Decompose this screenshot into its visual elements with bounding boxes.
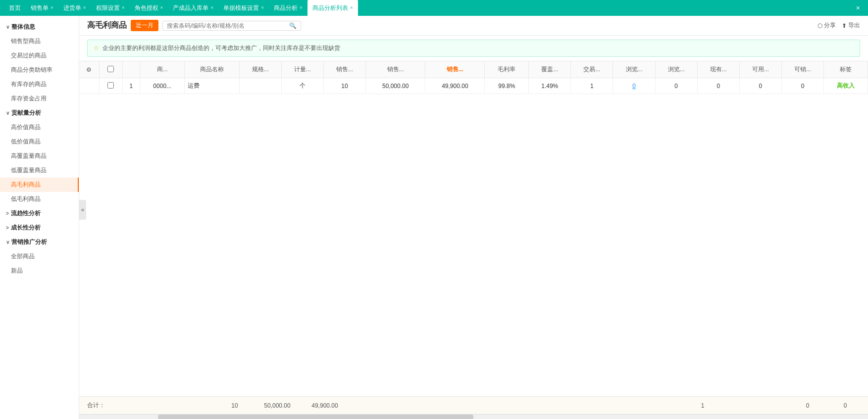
cell-name: 运费 <box>185 78 239 94</box>
col-tag: 标签 <box>824 61 868 78</box>
sidebar-item-traded-goods[interactable]: 交易过的商品 <box>0 48 79 63</box>
sidebar-group-growth[interactable]: > 成长性分析 <box>0 221 79 235</box>
nav-permissions[interactable]: 权限设置 × <box>91 0 130 16</box>
nav-analysis[interactable]: 商品分析 × <box>269 0 307 16</box>
col-browse1: 浏览... <box>613 61 655 78</box>
action-buttons: ⬡ 分享 ⬆ 导出 <box>817 21 860 30</box>
footer-stock1: 0 <box>793 402 822 409</box>
sidebar-group-overall[interactable]: ∨ 整体信息 <box>0 20 79 34</box>
search-icon[interactable]: 🔍 <box>289 22 297 29</box>
close-permissions-tab[interactable]: × <box>122 0 125 16</box>
arrow-contribution: ∨ <box>6 110 9 116</box>
footer-trade: 1 <box>688 402 717 409</box>
sidebar-group-trend[interactable]: > 流趋性分析 <box>0 206 79 221</box>
col-sales1: 销售... <box>323 61 365 78</box>
cell-code: 0000... <box>140 78 185 94</box>
sidebar-item-new-goods[interactable]: 新品 <box>0 264 79 278</box>
cell-checkbox[interactable] <box>99 78 122 94</box>
table-row: 1 0000... 运费 个 10 50,000.00 49,900.00 99… <box>79 78 868 94</box>
scrollbar-thumb[interactable] <box>158 415 473 419</box>
close-roles-tab[interactable]: × <box>160 0 163 16</box>
horizontal-scrollbar[interactable] <box>79 414 868 419</box>
share-icon: ⬡ <box>817 22 822 29</box>
col-checkbox[interactable] <box>99 61 122 78</box>
sidebar-collapse-button[interactable]: « <box>79 200 86 220</box>
cell-browse2: 0 <box>655 78 697 94</box>
sidebar-item-low-value[interactable]: 低价值商品 <box>0 135 79 149</box>
cell-sales1: 10 <box>323 78 365 94</box>
cell-sales3: 49,900.00 <box>425 78 485 94</box>
col-unit: 计量... <box>281 61 323 78</box>
sidebar-group-marketing[interactable]: ∨ 营销推广分析 <box>0 235 79 249</box>
main-layout: ∨ 整体信息 销售型商品 交易过的商品 商品分类助销率 有库存的商品 库存资金占… <box>0 16 868 419</box>
footer-label: 合计： <box>87 401 105 410</box>
footer-sales3: 49,900.00 <box>305 402 345 409</box>
arrow-overall: ∨ <box>6 24 9 30</box>
col-stock3: 可销... <box>781 61 823 78</box>
sidebar-item-all-goods[interactable]: 全部商品 <box>0 249 79 264</box>
footer-summary: 合计： 10 50,000.00 49,900.00 1 0 0 <box>79 396 868 414</box>
col-num <box>122 61 140 78</box>
col-settings[interactable]: ⚙ <box>79 61 99 78</box>
sidebar-group-contribution[interactable]: ∨ 贡献量分析 <box>0 106 79 120</box>
sidebar-item-sales-goods[interactable]: 销售型商品 <box>0 34 79 48</box>
content-area: 高毛利商品 近一月 🔍 ⬡ 分享 ⬆ 导出 ☆ 企业的主要的利润都是这部分商品创… <box>79 16 868 419</box>
nav-purchase[interactable]: 进货单 × <box>58 0 91 16</box>
close-product-inbound-tab[interactable]: × <box>210 0 213 16</box>
footer-sales2: 50,000.00 <box>257 402 297 409</box>
data-table: ⚙ 商... 商品名称 规格... 计量... 销售... 销售... 销售..… <box>79 61 868 94</box>
col-stock2: 可用... <box>739 61 781 78</box>
close-analysis-list-tab[interactable]: × <box>350 0 353 16</box>
nav-product-inbound[interactable]: 产成品入库单 × <box>168 0 218 16</box>
sidebar: ∨ 整体信息 销售型商品 交易过的商品 商品分类助销率 有库存的商品 库存资金占… <box>0 16 79 419</box>
close-purchase-tab[interactable]: × <box>83 0 86 16</box>
nav-template[interactable]: 单据模板设置 × <box>218 0 269 16</box>
col-stock1: 现有... <box>697 61 739 78</box>
cell-trade: 1 <box>571 78 613 94</box>
page-title: 高毛利商品 <box>87 20 127 31</box>
search-input[interactable] <box>167 22 287 29</box>
close-sales-tab[interactable]: × <box>51 0 53 16</box>
close-all-button[interactable]: × <box>852 4 864 12</box>
col-sales3: 销售... <box>425 61 485 78</box>
sidebar-item-high-margin[interactable]: 高毛利商品 <box>0 178 79 192</box>
settings-icon: ⚙ <box>86 66 92 73</box>
cell-spec <box>239 78 281 94</box>
info-banner: ☆ 企业的主要的利润都是这部分商品创造的，可考虑加大推广，同时关注库存是不要出现… <box>87 40 860 57</box>
nav-roles[interactable]: 角色授权 × <box>130 0 168 16</box>
sidebar-item-high-coverage[interactable]: 高覆盖量商品 <box>0 149 79 163</box>
sidebar-item-low-margin[interactable]: 低毛利商品 <box>0 192 79 206</box>
filter-button[interactable]: 近一月 <box>131 20 158 31</box>
info-icon: ☆ <box>94 45 99 51</box>
nav-home[interactable]: 首页 <box>4 0 26 16</box>
table-header-row: ⚙ 商... 商品名称 规格... 计量... 销售... 销售... 销售..… <box>79 61 868 78</box>
sidebar-item-category-rate[interactable]: 商品分类助销率 <box>0 63 79 77</box>
col-code: 商... <box>140 61 185 78</box>
col-sales2: 销售... <box>366 61 425 78</box>
table-wrapper[interactable]: ⚙ 商... 商品名称 规格... 计量... 销售... 销售... 销售..… <box>79 61 868 396</box>
cell-gross-rate: 99.8% <box>485 78 529 94</box>
cell-stock3: 0 <box>781 78 823 94</box>
footer-stock2: 0 <box>830 402 860 409</box>
select-all-checkbox[interactable] <box>107 66 114 72</box>
export-button[interactable]: ⬆ 导出 <box>842 21 860 30</box>
nav-analysis-list[interactable]: 商品分析列表 × <box>307 0 358 16</box>
cell-stock2: 0 <box>739 78 781 94</box>
arrow-growth: > <box>6 225 9 231</box>
export-icon: ⬆ <box>842 22 847 29</box>
col-spec: 规格... <box>239 61 281 78</box>
search-box: 🔍 <box>162 21 301 31</box>
sidebar-item-stock-capital[interactable]: 库存资金占用 <box>0 92 79 106</box>
nav-sales[interactable]: 销售单 × <box>26 0 58 16</box>
sidebar-item-low-coverage[interactable]: 低覆盖量商品 <box>0 163 79 178</box>
sidebar-item-high-value[interactable]: 高价值商品 <box>0 120 79 135</box>
col-gross-rate: 毛利率 <box>485 61 529 78</box>
close-template-tab[interactable]: × <box>261 0 264 16</box>
sidebar-item-in-stock[interactable]: 有库存的商品 <box>0 77 79 92</box>
col-coverage: 覆盖... <box>529 61 571 78</box>
close-analysis-tab[interactable]: × <box>300 0 303 16</box>
row-checkbox[interactable] <box>107 82 114 89</box>
share-button[interactable]: ⬡ 分享 <box>817 21 836 30</box>
cell-browse1[interactable]: 0 <box>613 78 655 94</box>
cell-num: 1 <box>122 78 140 94</box>
